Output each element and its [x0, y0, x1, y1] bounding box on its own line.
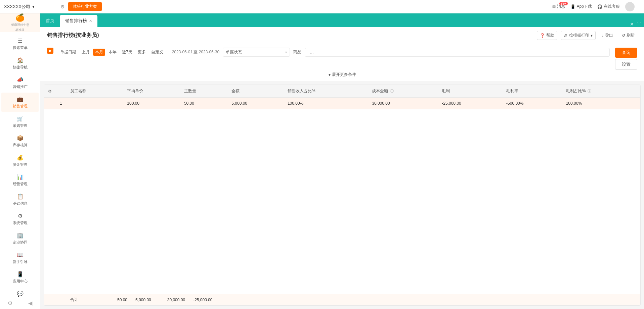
- message-badge: 99+: [559, 2, 568, 5]
- refresh-label: 刷新: [627, 33, 635, 38]
- sidebar-label-enterprise: 企业协同: [13, 240, 28, 245]
- appCenter-icon: 📱: [17, 271, 24, 277]
- expand-btn-label: 展开更多条件: [332, 72, 356, 78]
- footer-total-label: 合计: [66, 297, 86, 303]
- online-service-button[interactable]: 🎧 在线客服: [597, 4, 620, 9]
- row-gross-pct: 100.00%: [562, 98, 640, 109]
- status-filter-label: 单据状态: [226, 49, 242, 55]
- message-button[interactable]: ✉ 消息 99+: [552, 4, 565, 9]
- tab-sales-ranking[interactable]: 销售排行榜 ✕: [60, 15, 97, 27]
- sidebar-item-inventory[interactable]: 📦 库存核算: [1, 132, 39, 151]
- maximize-icon[interactable]: ⛶: [637, 21, 641, 27]
- brand: 🍊 畅康通好生意 标准版: [0, 13, 40, 32]
- chevron-down-icon: ▾: [32, 4, 35, 9]
- grosspct-info-icon[interactable]: ⓘ: [588, 89, 591, 93]
- footer-gross-profit: -25,000.00: [189, 298, 216, 302]
- table-empty-space: [44, 109, 640, 294]
- trial-button[interactable]: 体验行业方案: [68, 2, 102, 11]
- goods-filter-input[interactable]: ...: [305, 48, 610, 57]
- export-icon: ↓: [602, 33, 604, 38]
- sidebar-item-system[interactable]: ⚙ 系统管理: [1, 209, 39, 229]
- sidebar-item-shortcut[interactable]: 🏠 快捷导航: [1, 54, 39, 73]
- sidebar-label-appCenter: 应用中心: [13, 279, 28, 284]
- sidebar-item-weChat[interactable]: 💬 企业微信: [1, 287, 39, 297]
- sidebar-item-operations[interactable]: 📊 经营管理: [1, 170, 39, 190]
- print-icon: 🖨: [564, 33, 568, 38]
- sidebar-label-purchase: 采购管理: [13, 123, 28, 128]
- refresh-icon: ↺: [622, 33, 625, 38]
- table-row: 1 100.00 50.00 5,000.00 100.00% 30,000.0…: [44, 98, 640, 109]
- col-rank: [56, 85, 66, 98]
- help-button[interactable]: ❓ 帮助: [537, 31, 557, 40]
- export-button[interactable]: ↓ 导出: [599, 31, 616, 40]
- home-tab-label: 首页: [46, 18, 54, 24]
- col-settings[interactable]: ⚙: [44, 85, 56, 98]
- sidebar-item-basic[interactable]: 📋 基础信息: [1, 190, 39, 209]
- col-employee-name: 员工名称: [66, 85, 123, 98]
- company-selector[interactable]: XXXXXX公司 ▾: [4, 4, 58, 10]
- page-content: 销售排行榜(按业务员) ❓ 帮助 🖨 按模板打印 ▾ ↓ 导出: [40, 27, 644, 309]
- online-service-label: 在线客服: [604, 4, 620, 9]
- settings-icon[interactable]: ⚙: [60, 4, 65, 9]
- col-gross-rate: 毛利率: [502, 85, 562, 98]
- goods-filter-more-icon[interactable]: ...: [310, 50, 314, 55]
- tab-close-icon[interactable]: ✕: [89, 19, 92, 23]
- collapse-icon[interactable]: ◀: [28, 300, 32, 306]
- col-amount: 全额: [227, 85, 284, 98]
- system-icon: ⚙: [18, 213, 23, 219]
- footer-cost-amount: 30,000.00: [163, 298, 189, 302]
- row-main-qty: 50.00: [180, 98, 227, 109]
- expand-filter-icon[interactable]: ▶: [47, 48, 53, 54]
- date-btn-custom[interactable]: 自定义: [149, 49, 165, 56]
- search-icon: ☰: [18, 38, 23, 44]
- expand-row: ▾ 展开更多条件: [47, 70, 637, 78]
- settings-button[interactable]: 设置: [615, 59, 637, 70]
- help-label: 帮助: [546, 33, 554, 38]
- query-button[interactable]: 查询: [615, 48, 637, 58]
- row-settings: [44, 98, 56, 109]
- sidebar-item-appCenter[interactable]: 📱 应用中心: [1, 268, 39, 287]
- date-btn-prev-month[interactable]: 上月: [80, 49, 92, 56]
- date-buttons: 上月 本月 本年 近7天 更多 自定义: [80, 49, 165, 56]
- expand-more-conditions-button[interactable]: ▾ 展开更多条件: [329, 72, 356, 78]
- cost-info-icon[interactable]: ⓘ: [390, 89, 394, 93]
- print-label: 按模板打印: [569, 33, 589, 38]
- row-sales-pct: 100.00%: [284, 98, 368, 109]
- tab-home[interactable]: 首页: [40, 15, 60, 27]
- phone-icon: 📱: [570, 4, 575, 9]
- filter-expand-icon[interactable]: ▶: [47, 48, 53, 54]
- sidebar-item-guide[interactable]: 📖 新手引导: [1, 248, 39, 268]
- app-download-button[interactable]: 📱 App下载: [570, 4, 592, 9]
- refresh-button[interactable]: ↺ 刷新: [619, 31, 637, 40]
- date-btn-7days[interactable]: 近7天: [120, 49, 134, 56]
- brand-logo: 🍊: [15, 13, 25, 22]
- date-btn-current-year[interactable]: 本年: [106, 49, 119, 56]
- goods-filter-label: 商品: [293, 49, 301, 55]
- sidebar-item-purchase[interactable]: 🛒 采购管理: [1, 112, 39, 132]
- page-title: 销售排行榜(按业务员): [47, 32, 99, 39]
- gear-settings-icon[interactable]: ⚙: [8, 300, 12, 306]
- table-wrapper: ⚙ 员工名称 平均单价 主数量 全额 销售收入占比% 成本全额 ⓘ 毛利 毛利率…: [44, 85, 641, 306]
- sidebar-item-marketing[interactable]: 📣 营销推广: [1, 73, 39, 93]
- col-gross-profit: 毛利: [438, 85, 502, 98]
- content-area: 首页 销售排行榜 ✕ ✕ ⛶ 销售排行榜(按业务员) ❓ 帮助: [40, 13, 644, 309]
- print-button[interactable]: 🖨 按模板打印 ▾: [561, 31, 596, 40]
- close-window-icon[interactable]: ✕: [630, 21, 634, 27]
- col-main-qty: 主数量: [180, 85, 227, 98]
- sidebar-label-search: 搜索菜单: [13, 45, 28, 50]
- date-filter-label: 单据日期: [60, 49, 76, 55]
- status-filter[interactable]: 单据状态 ▾: [223, 48, 290, 57]
- finance-icon: 💰: [17, 154, 24, 161]
- date-btn-more[interactable]: 更多: [136, 49, 148, 56]
- sidebar-item-sales[interactable]: 💼 销售管理: [1, 93, 39, 112]
- app-download-label: App下载: [577, 4, 592, 9]
- date-btn-current-month[interactable]: 本月: [93, 49, 105, 56]
- page-header: 销售排行榜(按业务员) ❓ 帮助 🖨 按模板打印 ▾ ↓ 导出: [40, 27, 644, 44]
- sidebar-item-search[interactable]: ☰ 搜索菜单: [1, 34, 39, 54]
- enterprise-icon: 🏢: [17, 232, 24, 239]
- tab-right-controls: ✕ ⛶: [630, 21, 644, 27]
- avatar[interactable]: [625, 2, 635, 11]
- sidebar-item-enterprise[interactable]: 🏢 企业协同: [1, 229, 39, 248]
- sidebar-item-finance[interactable]: 💰 资金管理: [1, 151, 39, 170]
- sidebar: 🍊 畅康通好生意 标准版 ☰ 搜索菜单🏠 快捷导航📣 营销推广💼 销售管理🛒 采…: [0, 13, 40, 309]
